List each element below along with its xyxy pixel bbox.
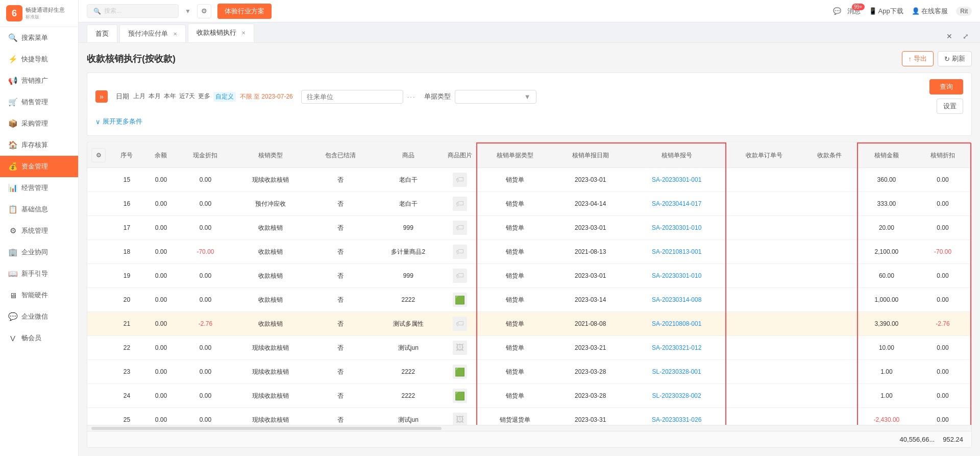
sidebar-item-basic[interactable]: 📋基础信息 — [0, 199, 78, 220]
sidebar-item-finance[interactable]: 💰资金管理 — [0, 156, 78, 177]
td-bill-date: 2021-08-13 — [553, 240, 628, 264]
td-bill-no[interactable]: SA-20230301-001 — [628, 168, 726, 192]
sidebar-item-operations[interactable]: 📊经营管理 — [0, 177, 78, 199]
td-bill-no[interactable]: SA-20230301-010 — [628, 216, 726, 240]
td-included: 否 — [308, 240, 373, 264]
export-button[interactable]: ↑ 导出 — [902, 51, 934, 66]
filter-unit-input[interactable] — [301, 90, 403, 104]
tab-receipt[interactable]: 收款核销执行 ✕ — [188, 23, 254, 42]
td-bill-no[interactable]: SA-20230414-017 — [628, 192, 726, 216]
solution-button[interactable]: 体验行业方案 — [217, 4, 272, 19]
expand-more-button[interactable]: ∨ 展开更多条件 — [95, 117, 963, 126]
filter-settings-button[interactable]: 设置 — [937, 99, 963, 114]
sidebar-item-label: 智能硬件 — [21, 291, 48, 300]
sidebar-item-hardware[interactable]: 🖥智能硬件 — [0, 284, 78, 306]
sidebar-item-guide[interactable]: 📖新手引导 — [0, 263, 78, 284]
sidebar-item-marketing[interactable]: 📢营销推广 — [0, 70, 78, 91]
td-receipt-cond — [802, 360, 857, 384]
filter-custom[interactable]: 自定义 — [213, 92, 236, 102]
td-bill-no[interactable]: SA-20230331-026 — [628, 408, 726, 425]
td-bill-no[interactable]: SA-20230314-008 — [628, 288, 726, 312]
sidebar-item-label: 搜索菜单 — [21, 33, 48, 42]
tab-receipt-close[interactable]: ✕ — [241, 30, 246, 36]
td-included: 否 — [308, 408, 373, 425]
quicknav-icon: ⚡ — [8, 55, 17, 64]
td-verify-type: 现续收款核销 — [233, 336, 308, 360]
td-receipt-order — [726, 168, 802, 192]
td-bill-date: 2023-03-01 — [553, 216, 628, 240]
td-bill-type: 销货单 — [477, 384, 553, 408]
td-bill-date: 2023-03-31 — [553, 408, 628, 425]
filter-last-month[interactable]: 上月 — [133, 92, 145, 102]
td-product-img: 🏷 — [444, 216, 477, 240]
sidebar-item-system[interactable]: ⚙系统管理 — [0, 220, 78, 242]
td-verify-type: 收款核销 — [233, 264, 308, 288]
td-product-img: 🟩 — [444, 360, 477, 384]
topbar-gear-button[interactable]: ⚙ — [197, 4, 211, 18]
td-receipt-order — [726, 312, 802, 336]
tab-prepaid[interactable]: 预付冲应付单 ✕ — [119, 25, 186, 42]
tab-maximize-button[interactable]: ⤢ — [960, 30, 972, 42]
td-receipt-cond — [802, 288, 857, 312]
scrollbar-thumb[interactable] — [91, 427, 442, 430]
tab-home[interactable]: 首页 — [87, 25, 117, 42]
td-bill-no[interactable]: SA-20230301-010 — [628, 264, 726, 288]
sidebar-item-member[interactable]: V畅会员 — [0, 327, 78, 349]
query-button[interactable]: 查询 — [929, 79, 963, 94]
filter-last7[interactable]: 近7天 — [179, 92, 195, 102]
table-row: 17 0.00 0.00 收款核销 否 999 🏷 销货单 2023-03-01… — [87, 216, 971, 240]
td-receipt-cond — [802, 384, 857, 408]
td-settings — [87, 240, 110, 264]
member-icon: V — [8, 333, 17, 343]
td-product-img: 🟩 — [444, 384, 477, 408]
td-bill-no[interactable]: SL-20230328-001 — [628, 360, 726, 384]
td-bill-no[interactable]: SA-20230321-012 — [628, 336, 726, 360]
topbar-dropdown-arrow: ▼ — [185, 8, 191, 15]
tab-prepaid-close[interactable]: ✕ — [173, 31, 177, 37]
td-product-img: 🏷 — [444, 312, 477, 336]
td-bill-no[interactable]: SL-20230328-002 — [628, 384, 726, 408]
td-bill-no[interactable]: SA-20210808-001 — [628, 312, 726, 336]
horizontal-scrollbar[interactable] — [87, 425, 971, 431]
main-area: 🔍 搜索... ▼ ⚙ 体验行业方案 💬 99+ 消息 📱 App下载 — [79, 0, 980, 456]
td-product: 老白干 — [373, 192, 444, 216]
sidebar-item-wechat[interactable]: 💬企业微信 — [0, 306, 78, 327]
enterprise-icon: 🏢 — [8, 248, 17, 257]
filter-toggle-button[interactable]: » — [95, 90, 108, 103]
column-settings-icon[interactable]: ⚙ — [91, 148, 106, 162]
app-download-button[interactable]: 📱 App下载 — [869, 7, 903, 16]
td-product: 测试多属性 — [373, 312, 444, 336]
td-settings — [87, 360, 110, 384]
td-no: 21 — [110, 312, 144, 336]
filter-unit-group: ··· — [301, 90, 416, 104]
user-menu[interactable]: Rit — [956, 7, 972, 16]
sidebar-item-sales[interactable]: 🛒销售管理 — [0, 91, 78, 113]
sidebar-item-inventory[interactable]: 🏠库存核算 — [0, 134, 78, 156]
td-verify-type: 现续收款核销 — [233, 360, 308, 384]
td-bill-no[interactable]: SA-20210813-001 — [628, 240, 726, 264]
filter-billtype-select[interactable]: ▼ — [455, 90, 536, 104]
sidebar-item-purchase[interactable]: 📦采购管理 — [0, 113, 78, 134]
sidebar-item-search[interactable]: 🔍搜索菜单 — [0, 27, 78, 49]
th-settings[interactable]: ⚙ — [87, 143, 110, 168]
td-balance: 0.00 — [144, 264, 178, 288]
chevron-down-icon: ▼ — [524, 93, 531, 101]
td-receipt-cond — [802, 408, 857, 425]
purchase-icon: 📦 — [8, 119, 17, 128]
sidebar-item-enterprise[interactable]: 🏢企业协同 — [0, 242, 78, 263]
tab-close-all-button[interactable]: ✕ — [943, 30, 955, 42]
filter-this-year[interactable]: 本年 — [164, 92, 176, 102]
table-wrapper[interactable]: ⚙ 序号 余额 现金折扣 核销类型 包含已结清 商品 商品图片 核销单据类型 — [87, 142, 971, 425]
online-service-button[interactable]: 👤 在线客服 — [912, 7, 948, 16]
tab-receipt-label: 收款核销执行 — [197, 28, 236, 37]
filter-more[interactable]: 更多 — [198, 92, 210, 102]
filter-this-month[interactable]: 本月 — [149, 92, 161, 102]
messages-button[interactable]: 💬 99+ 消息 — [833, 7, 861, 16]
td-settings — [87, 288, 110, 312]
topbar-search[interactable]: 🔍 搜索... — [87, 4, 179, 18]
td-product: 999 — [373, 216, 444, 240]
sidebar-item-quicknav[interactable]: ⚡快捷导航 — [0, 49, 78, 70]
td-verify-discount: 0.00 — [915, 288, 971, 312]
table-header-row: ⚙ 序号 余额 现金折扣 核销类型 包含已结清 商品 商品图片 核销单据类型 — [87, 143, 971, 168]
refresh-button[interactable]: ↻ 刷新 — [938, 51, 972, 66]
